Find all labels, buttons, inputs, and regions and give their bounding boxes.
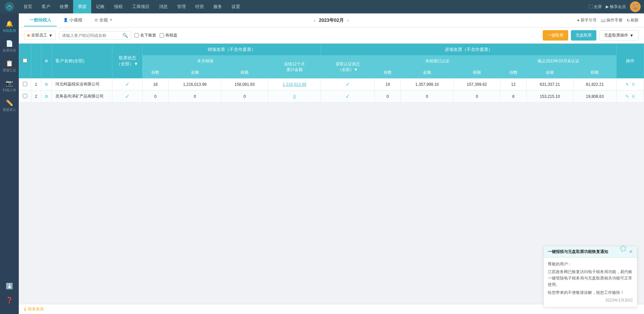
member-btn[interactable]: ▶ 畅享会员 bbox=[606, 4, 626, 10]
col-period-tax-header: 税额 bbox=[453, 67, 500, 78]
status-text[interactable]: 税务政策 bbox=[28, 306, 44, 312]
select-all-checkbox[interactable] bbox=[23, 58, 27, 63]
col-uncert-tax-header: 税额 bbox=[573, 67, 616, 78]
sidebar-item-invoice-summary[interactable]: 📋 票据汇总 bbox=[0, 56, 19, 76]
nav-tax[interactable]: 报税 bbox=[109, 0, 127, 13]
sidebar-item-invoice-open[interactable]: 📄 发票开具 bbox=[0, 37, 19, 56]
row-actions: ✎ ⎘ bbox=[616, 78, 644, 90]
toolbar-right: 一键取票 无盘取票 无盘取票操作 ▼ bbox=[543, 30, 639, 41]
data-table: ⚙ 客户名称(全部) 取票状态（全部）▼ 销项发票（不含作废票） 进项发票（不含… bbox=[19, 44, 644, 103]
fullscreen-btn[interactable]: ⛶ 全屏 bbox=[589, 4, 602, 10]
employee-dot bbox=[27, 34, 30, 37]
col-sales-amount-header: 金额 bbox=[168, 67, 221, 78]
tab-general[interactable]: 一般纳税人 bbox=[24, 14, 57, 26]
col-settings-header: ⚙ bbox=[41, 44, 52, 78]
edit-icon[interactable]: ✎ bbox=[626, 82, 629, 87]
all-icon: ◎ bbox=[95, 18, 98, 22]
row-uncert-count: 12 bbox=[500, 78, 527, 90]
row-settings[interactable]: ⚙ bbox=[41, 90, 52, 103]
search-button[interactable]: 🔍 bbox=[120, 32, 131, 39]
refresh-btn[interactable]: ↻ 刷新 bbox=[627, 17, 639, 23]
scan-icon: 📷 bbox=[6, 79, 13, 87]
nav-service[interactable]: 服务 bbox=[209, 0, 227, 13]
notification-greeting: 尊敬的用户： bbox=[548, 261, 633, 267]
col-sales-tax-header: 税额 bbox=[221, 67, 268, 78]
notification-body: 尊敬的用户： 江苏政务网已恢复访问电子税务局功能，易代账一键登陆电子税务局与无盘… bbox=[544, 258, 637, 307]
no-disk-ops-btn[interactable]: 无盘取票操作 ▼ bbox=[599, 30, 639, 41]
row-month-tax: 0 bbox=[221, 90, 268, 103]
employee-dropdown-icon: ▼ bbox=[49, 33, 53, 38]
manual-btn[interactable]: 📖 操作手册 bbox=[601, 17, 623, 23]
dropdown-icon: ▼ bbox=[109, 18, 113, 22]
notification-close-btn[interactable]: ✕ bbox=[629, 249, 633, 254]
tab-all[interactable]: ◎ 全能 ▼ bbox=[89, 14, 118, 26]
row-settings[interactable]: ⚙ bbox=[41, 78, 52, 90]
no-disk-btn[interactable]: 无盘取票 bbox=[571, 30, 596, 41]
search-input[interactable] bbox=[59, 32, 120, 39]
nav-bizproject[interactable]: 工商项目 bbox=[127, 0, 154, 13]
nav-accounting[interactable]: 记账 bbox=[91, 0, 109, 13]
cert-check-icon: ✓ bbox=[345, 93, 350, 99]
period-next-btn[interactable]: › bbox=[347, 17, 349, 23]
small-icon: 👤 bbox=[63, 18, 68, 22]
row-month-count: 18 bbox=[143, 78, 169, 90]
nav-home[interactable]: 首页 bbox=[19, 0, 37, 13]
copy-icon[interactable]: ⎘ bbox=[632, 82, 635, 87]
notification-date: 2023年3月20日 bbox=[548, 297, 633, 304]
row-checkbox[interactable] bbox=[19, 78, 31, 90]
filter-owned-accounts[interactable]: 名下账套 bbox=[135, 33, 156, 38]
sidebar-item-download[interactable]: ⬇️ bbox=[6, 279, 13, 293]
owned-accounts-checkbox[interactable] bbox=[135, 33, 139, 38]
col-cert-status-header: 获取认证状态（全部）▼ bbox=[321, 56, 375, 78]
row-checkbox[interactable] bbox=[19, 90, 31, 103]
nav-message[interactable]: 消息 bbox=[154, 0, 172, 13]
row-uncert-tax: 19,808.63 bbox=[573, 90, 616, 103]
invoice-summary-icon: 📋 bbox=[6, 60, 13, 67]
copy-icon[interactable]: ⎘ bbox=[632, 94, 635, 99]
nav-manage[interactable]: 管理 bbox=[172, 0, 191, 13]
download-icon: ⬇️ bbox=[6, 282, 13, 290]
sidebar-item-scan-upload[interactable]: 📷 扫描上传 bbox=[0, 76, 19, 96]
period-prev-btn[interactable]: ‹ bbox=[314, 17, 315, 23]
row-period-amount: 0 bbox=[401, 90, 453, 103]
col-uncert-count-header: 份数 bbox=[500, 67, 527, 78]
row-month-amount: 0 bbox=[168, 90, 221, 103]
row-cumulative[interactable]: 0 bbox=[268, 90, 321, 103]
has-disk-checkbox[interactable] bbox=[160, 33, 164, 38]
col-current-month-header: 本月销项 bbox=[143, 56, 268, 67]
col-action-header: 操作 bbox=[616, 44, 644, 78]
svg-point-0 bbox=[5, 2, 14, 11]
col-cancel-status-header: 取票状态（全部）▼ bbox=[112, 44, 143, 78]
bell-icon: 🔔 bbox=[6, 20, 13, 27]
employee-filter[interactable]: 全部员工 ▼ bbox=[24, 31, 56, 40]
cert-check-icon: ✓ bbox=[345, 81, 350, 87]
tab-bar: 一般纳税人 👤 小规模 ◎ 全能 ▼ ‹ 2023年02月 › ✦ 新手引导 📖… bbox=[19, 13, 644, 27]
nav-operation[interactable]: 经营 bbox=[191, 0, 209, 13]
row-period-tax: 157,399.62 bbox=[453, 78, 500, 90]
one-click-btn[interactable]: 一键取票 bbox=[543, 30, 568, 41]
row-cumulative[interactable]: 1,216,013.99 bbox=[268, 78, 321, 90]
nav-settings[interactable]: 设置 bbox=[227, 0, 245, 13]
user-avatar[interactable]: 🐒 bbox=[630, 1, 641, 12]
row-period-tax: 0 bbox=[453, 90, 500, 103]
nav-invoice[interactable]: 票据 bbox=[73, 0, 91, 13]
sidebar-item-smart-collect[interactable]: 🔔 智能取票 bbox=[0, 17, 19, 37]
row-customer: 灵寿县尚泽矿产品有限公司 bbox=[52, 90, 112, 103]
notification-title: 一键报税与无盘取票功能恢复通知 bbox=[548, 249, 608, 255]
sidebar-item-data-entry[interactable]: ✏️ 票据录入 bbox=[0, 96, 19, 116]
filter-has-disk[interactable]: 有税盘 bbox=[160, 33, 177, 38]
edit-icon[interactable]: ✎ bbox=[626, 94, 629, 99]
tab-small[interactable]: 👤 小规模 bbox=[58, 14, 88, 26]
ops-dropdown-icon: ▼ bbox=[630, 33, 634, 38]
nav-income[interactable]: 收费 bbox=[55, 0, 73, 13]
sidebar-item-help[interactable]: ❓ bbox=[6, 293, 13, 307]
toolbar: 全部员工 ▼ 🔍 名下账套 有税盘 一键取票 无盘取票 无盘取票操作 ▼ bbox=[19, 27, 644, 44]
nav-customer[interactable]: 客户 bbox=[37, 0, 55, 13]
notification-text: 江苏政务网已恢复访问电子税务局功能，易代账一键登陆电子税务局与无盘取票相关功能可… bbox=[548, 269, 633, 288]
row-customer: 河北柯蕊桟实业有限公司 bbox=[52, 78, 112, 90]
new-guide-btn[interactable]: ✦ 新手引导 bbox=[577, 17, 597, 23]
row-cert-status: ✓ bbox=[321, 90, 375, 103]
app-logo[interactable] bbox=[3, 1, 15, 13]
search-box: 🔍 bbox=[59, 31, 131, 40]
col-uncert-amount-header: 金额 bbox=[526, 67, 573, 78]
